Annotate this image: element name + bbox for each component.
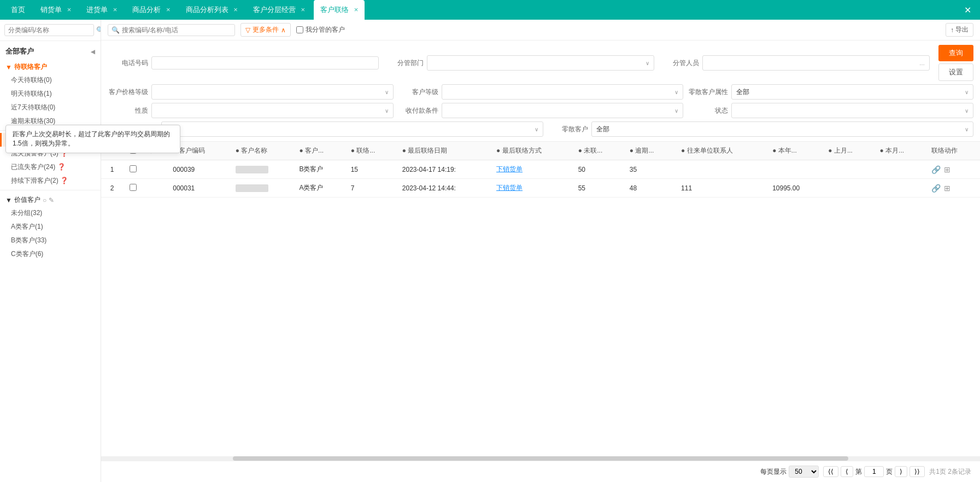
status-chevron-icon: ∨	[965, 108, 969, 114]
action-link-icon-2[interactable]: 🔗	[931, 184, 941, 193]
filter-customer-type-select[interactable]: ∨	[161, 121, 543, 137]
filter-person-select[interactable]: …	[702, 55, 930, 71]
sidebar-item-today-pending[interactable]: 今天待联络(0)	[0, 73, 101, 87]
col-header-last-method[interactable]: ● 最后联络方式	[491, 142, 573, 160]
col-header-not-contacted[interactable]: ● 未联...	[573, 142, 624, 160]
query-button[interactable]: 查询	[938, 45, 973, 61]
cell-type-2: A类客户	[294, 179, 345, 198]
col-header-related-person[interactable]: ● 往来单位联系人	[676, 142, 767, 160]
sidebar-item-7day-pending[interactable]: 近7天待联络(0)	[0, 101, 101, 114]
row2-checkbox[interactable]	[130, 184, 137, 191]
nav-sales-close[interactable]: ×	[67, 5, 72, 14]
sidebar-all-customers[interactable]: 全部客户 ◀	[0, 43, 101, 60]
tooltip-box: 距客户上次交易时长，超过了此客户的平均交易周期的1.5倍，则视为异常。	[101, 125, 180, 153]
action-link-icon-1[interactable]: 🔗	[931, 165, 941, 174]
per-page-area: 每页显示 50 20 100	[760, 466, 819, 478]
nav-product-analysis-list[interactable]: 商品分析列表 ×	[179, 0, 244, 20]
col-header-this-year[interactable]: ● 本年...	[767, 142, 823, 160]
sidebar-search-icon[interactable]: 🔍	[96, 26, 101, 34]
nav-product-list-close[interactable]: ×	[233, 5, 238, 14]
export-label: 导出	[955, 25, 969, 34]
row1-checkbox[interactable]	[130, 165, 137, 172]
filter-gender-select[interactable]: ∨	[151, 103, 394, 118]
sidebar-item-ungroup[interactable]: 未分组(32)	[0, 206, 101, 220]
sidebar-search-input[interactable]	[4, 24, 94, 36]
cell-not-contacted-2: 55	[573, 179, 624, 198]
cell-related-person-1	[676, 160, 767, 179]
customer-type-chevron: ∨	[535, 126, 538, 132]
tooltip-text: 距客户上次交易时长，超过了此客户的平均交易周期的1.5倍，则视为异常。	[101, 130, 170, 147]
sidebar-item-class-b[interactable]: B类客户(33)	[0, 234, 101, 247]
value-group-edit-icon[interactable]: ✎	[49, 196, 54, 204]
top-navigation: 首页 销货单 × 进货单 × 商品分析 × 商品分析列表 × 客户分层经营 × …	[0, 0, 980, 20]
more-conditions-btn[interactable]: ▽ 更多条件 ∧	[240, 23, 291, 37]
col-header-this-month[interactable]: ● 本月...	[875, 142, 926, 160]
last-method-link-1[interactable]: 下销货单	[496, 165, 523, 173]
sidebar-item-class-c[interactable]: C类客户(6)	[0, 247, 101, 261]
filter-customer-level-label: 客户等级	[398, 88, 442, 97]
cell-overdue-1: 35	[624, 160, 676, 179]
per-page-label: 每页显示	[760, 467, 787, 477]
prev-page-btn[interactable]: ⟨	[841, 466, 853, 477]
col-header-name[interactable]: ● 客户名称	[230, 142, 294, 160]
filter-status-select[interactable]: ∨	[731, 103, 973, 118]
filter-phone-input[interactable]	[151, 56, 379, 69]
col-header-contact[interactable]: ● 联络...	[345, 142, 397, 160]
value-group-circle-icon[interactable]: ○	[43, 196, 46, 204]
nav-home[interactable]: 首页	[4, 0, 32, 20]
help-icon-declining[interactable]: ❓	[60, 177, 68, 184]
toolbar-search-input[interactable]	[122, 26, 231, 34]
sidebar-item-churned[interactable]: 已流失客户(24) ❓	[0, 160, 101, 174]
first-page-btn[interactable]: ⟨⟨	[823, 466, 838, 477]
nav-purchase-close[interactable]: ×	[113, 5, 118, 14]
action-grid-icon-1[interactable]: ⊞	[944, 165, 950, 174]
filter-retail-customer-select[interactable]: 全部 ∨	[591, 121, 973, 137]
nav-product-analysis[interactable]: 商品分析 ×	[126, 0, 177, 20]
col-header-last-month[interactable]: ● 上月...	[823, 142, 874, 160]
col-header-type[interactable]: ● 客户...	[294, 142, 345, 160]
cell-check-2	[123, 179, 143, 198]
cell-contact-1: 15	[345, 160, 397, 179]
sidebar-group-pending[interactable]: ▼ 待联络客户	[0, 60, 101, 73]
export-button[interactable]: ↑ 导出	[946, 23, 973, 37]
cell-name-2	[230, 179, 294, 198]
page-number-input[interactable]	[864, 466, 884, 477]
action-grid-icon-2[interactable]: ⊞	[944, 184, 950, 193]
filter-retail-attr-select[interactable]: 全部 ∨	[731, 84, 973, 100]
app-close-button[interactable]: ✕	[960, 5, 976, 15]
my-customers-checkbox[interactable]	[296, 26, 303, 33]
filter-dept: 分管部门 ∨	[383, 55, 654, 71]
filter-icon: ▽	[245, 26, 250, 34]
col-header-last-date[interactable]: ● 最后联络日期	[397, 142, 491, 160]
nav-customer-contact[interactable]: 客户联络 ×	[314, 0, 365, 20]
cell-last-date-2: 2023-04-12 14:44:	[397, 179, 491, 198]
last-method-link-2[interactable]: 下销货单	[496, 184, 523, 191]
nav-product-analysis-close[interactable]: ×	[166, 5, 171, 14]
nav-contact-close[interactable]: ×	[354, 5, 359, 14]
filter-payment-select[interactable]: ∨	[442, 103, 684, 118]
next-page-btn[interactable]: ⟩	[895, 466, 907, 477]
filter-price-select[interactable]: ∨	[151, 84, 394, 100]
col-header-overdue[interactable]: ● 逾期...	[624, 142, 676, 160]
nav-segment-close[interactable]: ×	[301, 5, 306, 14]
horizontal-scrollbar[interactable]	[101, 456, 980, 461]
cell-num-1: 1	[101, 160, 123, 179]
sidebar-search-area: 🔍	[0, 20, 101, 41]
filter-dept-select[interactable]: ∨	[427, 55, 654, 71]
sidebar-all-label-text: 全部客户	[5, 47, 34, 56]
nav-sales[interactable]: 销货单 ×	[34, 0, 78, 20]
last-page-btn[interactable]: ⟩⟩	[909, 466, 925, 477]
sidebar-item-declining[interactable]: 持续下滑客户(2) ❓	[0, 174, 101, 188]
filter-person-label: 分管人员	[659, 59, 702, 68]
scrollbar-thumb[interactable]	[233, 456, 848, 461]
sidebar-item-tomorrow-pending[interactable]: 明天待联络(1)	[0, 87, 101, 101]
toolbar: 🔍 ▽ 更多条件 ∧ 我分管的客户 ↑ 导出	[101, 20, 980, 40]
sidebar-item-class-a[interactable]: A类客户(1)	[0, 220, 101, 234]
filter-customer-level-select[interactable]: ∨	[442, 84, 684, 100]
nav-customer-segment[interactable]: 客户分层经营 ×	[247, 0, 312, 20]
settings-button[interactable]: 设置	[938, 63, 973, 81]
nav-purchase[interactable]: 进货单 ×	[80, 0, 124, 20]
per-page-select[interactable]: 50 20 100	[789, 466, 819, 478]
help-icon-churned[interactable]: ❓	[57, 163, 66, 171]
filter-phone: 电话号码	[108, 56, 379, 69]
